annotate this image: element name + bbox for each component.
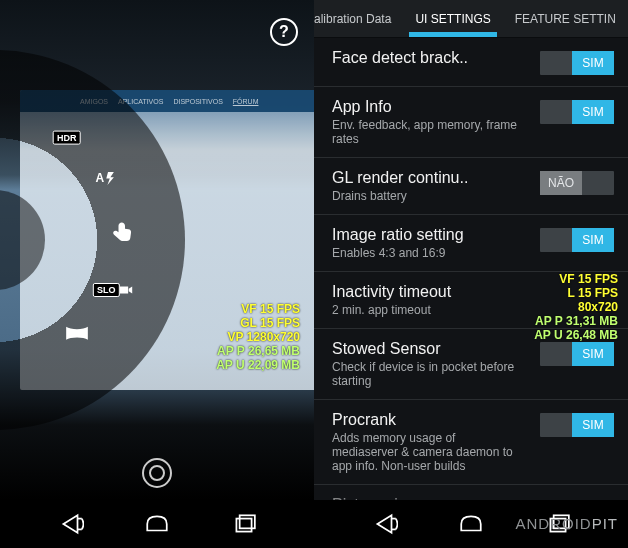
row-title: Inactivity timeout: [332, 283, 451, 301]
nav-recents[interactable]: [542, 508, 574, 540]
home-icon: [458, 511, 484, 537]
wheel-hdr[interactable]: HDR: [49, 120, 85, 156]
stat-vp: VP 1280x720: [216, 330, 300, 344]
row-subtitle: 2 min. app timeout: [332, 303, 451, 317]
row-subtitle: Enables 4:3 and 16:9: [332, 246, 464, 260]
svg-rect-4: [239, 515, 254, 528]
stat-vf: VF 15 FPS: [216, 302, 300, 316]
tab-calibration[interactable]: alibration Data: [314, 0, 403, 37]
scene-tab: DISPOSITIVOS: [173, 98, 222, 105]
settings-list[interactable]: Face detect brack.. SIM App Info Env. fe…: [314, 38, 628, 500]
svg-rect-0: [120, 287, 128, 294]
toggle-face-detect[interactable]: SIM: [540, 51, 614, 75]
android-navbar: [0, 500, 314, 548]
camera-screen: AMIGOS APLICATIVOS DISPOSITIVOS FÓRUM ? …: [0, 0, 314, 548]
row-title: Image ratio setting: [332, 226, 464, 244]
stat-gl: GL 15 FPS: [216, 316, 300, 330]
touch-gesture-icon: [110, 219, 136, 247]
nav-recents[interactable]: [228, 508, 260, 540]
row-image-ratio[interactable]: Image ratio setting Enables 4:3 and 16:9…: [314, 215, 628, 272]
tab-label: FEATURE SETTIN: [515, 12, 616, 26]
home-icon: [144, 511, 170, 537]
nav-home[interactable]: [141, 508, 173, 540]
wheel-flash[interactable]: A: [89, 160, 125, 196]
stat-ap-u: AP U 22,09 MB: [216, 358, 300, 372]
settings-tabs: alibration Data UI SETTINGS FEATURE SETT…: [314, 0, 628, 38]
toggle-knob: SIM: [572, 51, 614, 75]
toggle-gl-render[interactable]: NÃO: [540, 171, 614, 195]
wheel-gesture[interactable]: [105, 215, 141, 251]
row-title: Stowed Sensor: [332, 340, 522, 358]
stat-ap-p: AP P 26,65 MB: [216, 344, 300, 358]
wheel-slowmo[interactable]: SLO: [95, 272, 131, 308]
toggle-knob: SIM: [572, 100, 614, 124]
svg-rect-8: [553, 515, 568, 528]
toggle-image-ratio[interactable]: SIM: [540, 228, 614, 252]
row-picture-sizes[interactable]: Picture sizes: [314, 485, 628, 500]
recents-icon: [545, 511, 571, 537]
back-icon: [372, 511, 398, 537]
hdr-icon: HDR: [53, 131, 81, 145]
toggle-knob: SIM: [572, 228, 614, 252]
slowmo-icon: SLO: [93, 283, 133, 297]
row-stowed-sensor[interactable]: Stowed Sensor Check if device is in pock…: [314, 329, 628, 400]
row-face-detect[interactable]: Face detect brack.. SIM: [314, 38, 628, 87]
panorama-icon: [64, 320, 90, 348]
row-inactivity[interactable]: Inactivity timeout 2 min. app timeout: [314, 272, 628, 329]
settings-screen: alibration Data UI SETTINGS FEATURE SETT…: [314, 0, 628, 548]
row-title: GL render continu..: [332, 169, 468, 187]
nav-back[interactable]: [55, 508, 87, 540]
debug-stats-overlay: VF 15 FPS GL 15 FPS VP 1280x720 AP P 26,…: [216, 302, 300, 372]
row-title: Face detect brack..: [332, 49, 468, 67]
scene-tab: FÓRUM: [233, 98, 259, 105]
nav-back[interactable]: [369, 508, 401, 540]
toggle-knob: NÃO: [540, 171, 582, 195]
row-gl-render[interactable]: GL render continu.. Drains battery NÃO: [314, 158, 628, 215]
toggle-knob: SIM: [572, 413, 614, 437]
help-button[interactable]: ?: [270, 18, 298, 46]
help-icon: ?: [279, 23, 289, 41]
row-subtitle: Adds memory usage of mediaserver & camer…: [332, 431, 522, 473]
back-icon: [58, 511, 84, 537]
row-title: App Info: [332, 98, 522, 116]
tab-label: UI SETTINGS: [415, 12, 490, 26]
toggle-stowed[interactable]: SIM: [540, 342, 614, 366]
tab-label: alibration Data: [314, 12, 391, 26]
row-app-info[interactable]: App Info Env. feedback, app memory, fram…: [314, 87, 628, 158]
svg-rect-3: [236, 519, 251, 532]
toggle-knob: SIM: [572, 342, 614, 366]
recents-icon: [231, 511, 257, 537]
row-subtitle: Env. feedback, app memory, frame rates: [332, 118, 522, 146]
tab-feature-settings[interactable]: FEATURE SETTIN: [503, 0, 628, 37]
row-subtitle: Drains battery: [332, 189, 468, 203]
wheel-panorama[interactable]: [59, 316, 95, 352]
nav-home[interactable]: [455, 508, 487, 540]
toggle-procrank[interactable]: SIM: [540, 413, 614, 437]
toggle-app-info[interactable]: SIM: [540, 100, 614, 124]
tab-ui-settings[interactable]: UI SETTINGS: [403, 0, 502, 37]
android-navbar: [314, 500, 628, 548]
row-procrank[interactable]: Procrank Adds memory usage of mediaserve…: [314, 400, 628, 485]
svg-rect-7: [550, 519, 565, 532]
row-title: Procrank: [332, 411, 522, 429]
camera-switch-button[interactable]: [142, 458, 172, 488]
flash-auto-icon: A: [96, 171, 119, 185]
row-subtitle: Check if device is in pocket before star…: [332, 360, 522, 388]
